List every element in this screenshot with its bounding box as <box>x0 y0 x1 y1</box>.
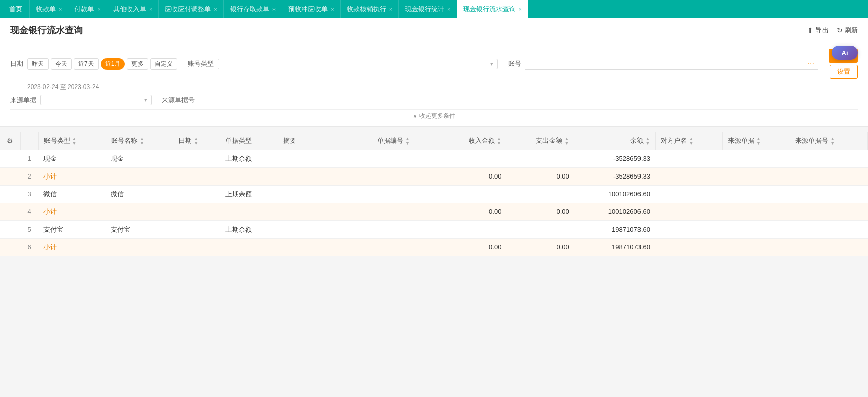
row-date <box>173 167 220 185</box>
col-doc-no-sort: ▲▼ <box>405 137 410 146</box>
col-summary-header: 摘要 <box>278 132 372 150</box>
table-row[interactable]: 5支付宝支付宝上期余额19871073.60 <box>0 220 868 238</box>
nav-home[interactable]: 首页 <box>2 0 29 18</box>
col-source-doc-header[interactable]: 来源单据▲▼ <box>722 132 790 150</box>
row-counterparty <box>655 238 722 256</box>
settings-button[interactable]: 设置 <box>830 65 858 79</box>
refresh-icon: ↻ <box>837 26 843 34</box>
col-account-type-header[interactable]: 账号类型▲▼ <box>38 132 106 150</box>
tab-payments-close[interactable]: × <box>97 6 100 12</box>
table-row[interactable]: 3微信微信上期余额100102606.60 <box>0 185 868 203</box>
col-balance-header[interactable]: 余额▲▼ <box>574 132 655 150</box>
row-counterparty <box>655 203 722 220</box>
row-doc-no <box>372 150 439 167</box>
date-btn-1month[interactable]: 近1月 <box>101 58 125 70</box>
tab-cash-bank-flow-close[interactable]: × <box>519 6 522 12</box>
row-balance: -3528659.33 <box>574 167 655 185</box>
row-seq: 3 <box>20 185 38 203</box>
row-doc-type: 上期余额 <box>220 185 278 203</box>
date-btn-today[interactable]: 今天 <box>51 58 72 70</box>
date-btn-yesterday[interactable]: 昨天 <box>27 58 49 70</box>
date-btn-custom[interactable]: 自定义 <box>150 58 177 70</box>
tab-ar-adjustment[interactable]: 应收应付调整单 × <box>158 0 223 18</box>
table-row[interactable]: 6小计0.000.0019871073.60 <box>0 238 868 256</box>
tab-prepay-offset[interactable]: 预收冲应收单 × <box>282 0 340 18</box>
row-source-doc <box>722 185 790 203</box>
table-row[interactable]: 4小计0.000.00100102606.60 <box>0 203 868 220</box>
tab-receipts-close[interactable]: × <box>59 6 62 12</box>
refresh-button[interactable]: ↻ 刷新 <box>837 26 858 35</box>
filter-area: 日期 昨天 今天 近7天 近1月 更多 自定义 账号类型 ▾ 账号 ··· <box>0 42 868 127</box>
source-doc-no-label: 来源单据号 <box>162 96 195 105</box>
tab-cash-bank-stat-close[interactable]: × <box>447 6 450 12</box>
source-doc-select[interactable]: ▾ <box>40 95 152 105</box>
gear-icon: ⚙ <box>6 137 14 145</box>
tab-payments[interactable]: 付款单 × <box>68 0 106 18</box>
row-doc-no <box>372 167 439 185</box>
tab-cash-bank-stat[interactable]: 现金银行统计 × <box>398 0 456 18</box>
row-balance: -3528659.33 <box>574 150 655 167</box>
row-checkbox-cell <box>0 150 20 167</box>
tab-bank-deposit-close[interactable]: × <box>272 6 276 12</box>
data-table: ⚙ 账号类型▲▼ 账号名称▲▼ 日期▲▼ 单据类型 摘要 单据编号▲▼ <box>0 132 868 256</box>
ai-badge[interactable]: Ai <box>832 46 858 60</box>
source-doc-no-input[interactable] <box>201 96 856 104</box>
date-filter-group: 日期 昨天 今天 近7天 近1月 更多 自定义 <box>10 58 177 70</box>
col-expense-sort: ▲▼ <box>564 137 569 146</box>
row-doc-type <box>220 238 278 256</box>
tab-collection-exec-close[interactable]: × <box>389 6 392 12</box>
table-row[interactable]: 1现金现金上期余额-3528659.33 <box>0 150 868 167</box>
tab-prepay-offset-close[interactable]: × <box>331 6 334 12</box>
tab-receipts[interactable]: 收款单 × <box>29 0 68 18</box>
row-checkbox-cell <box>0 238 20 256</box>
account-dots-button[interactable]: ··· <box>806 59 816 68</box>
account-type-select[interactable]: ▾ <box>218 59 498 69</box>
account-type-dropdown-arrow: ▾ <box>490 61 493 67</box>
row-expense: 0.00 <box>507 203 574 220</box>
tab-bank-deposit[interactable]: 银行存取款单 × <box>223 0 282 18</box>
tab-other-income[interactable]: 其他收入单 × <box>107 0 158 18</box>
row-balance: 100102606.60 <box>574 185 655 203</box>
col-account-type-sort: ▲▼ <box>72 137 77 146</box>
col-source-doc-no-header[interactable]: 来源单据号▲▼ <box>790 132 868 150</box>
account-label: 账号 <box>508 59 521 68</box>
col-settings-header[interactable]: ⚙ <box>0 132 20 150</box>
row-source-doc-no <box>790 203 868 220</box>
account-input[interactable] <box>527 60 805 67</box>
date-btn-more[interactable]: 更多 <box>127 58 148 70</box>
export-button[interactable]: ⬆ 导出 <box>807 26 829 35</box>
tab-collection-exec[interactable]: 收款核销执行 × <box>340 0 398 18</box>
top-navigation: 首页 收款单 × 付款单 × 其他收入单 × 应收应付调整单 × 银行存取款单 … <box>0 0 868 18</box>
row-account-name: 支付宝 <box>106 220 173 238</box>
col-income-header[interactable]: 收入金额▲▼ <box>439 132 507 150</box>
col-doc-no-header[interactable]: 单据编号▲▼ <box>372 132 439 150</box>
export-icon: ⬆ <box>807 26 813 34</box>
row-expense <box>507 150 574 167</box>
col-counterparty-header[interactable]: 对方户名▲▼ <box>655 132 722 150</box>
row-account-type: 小计 <box>38 238 106 256</box>
tab-cash-bank-flow[interactable]: 现金银行流水查询 × <box>457 0 528 18</box>
tab-ar-adjustment-close[interactable]: × <box>214 6 217 12</box>
col-date-header[interactable]: 日期▲▼ <box>173 132 220 150</box>
row-account-name: 现金 <box>106 150 173 167</box>
row-seq: 2 <box>20 167 38 185</box>
col-expense-header[interactable]: 支出金额▲▼ <box>507 132 574 150</box>
date-btn-7days[interactable]: 近7天 <box>74 58 99 70</box>
row-doc-no <box>372 185 439 203</box>
row-income <box>439 185 507 203</box>
page-header: 现金银行流水查询 ⬆ 导出 ↻ 刷新 <box>0 18 868 42</box>
table-row[interactable]: 2小计0.000.00-3528659.33 <box>0 167 868 185</box>
col-income-sort: ▲▼ <box>497 137 501 146</box>
row-seq: 4 <box>20 203 38 220</box>
row-balance: 19871073.60 <box>574 220 655 238</box>
collapse-button[interactable]: ∧ 收起更多条件 <box>10 109 858 122</box>
col-account-name-header[interactable]: 账号名称▲▼ <box>106 132 173 150</box>
row-source-doc <box>722 167 790 185</box>
tab-other-income-close[interactable]: × <box>149 6 152 12</box>
row-checkbox-cell <box>0 167 20 185</box>
row-doc-type: 上期余额 <box>220 150 278 167</box>
row-source-doc-no <box>790 167 868 185</box>
header-actions: ⬆ 导出 ↻ 刷新 <box>807 26 858 35</box>
row-expense: 0.00 <box>507 167 574 185</box>
date-range-text: 2023-02-24 至 2023-03-24 <box>27 83 99 91</box>
